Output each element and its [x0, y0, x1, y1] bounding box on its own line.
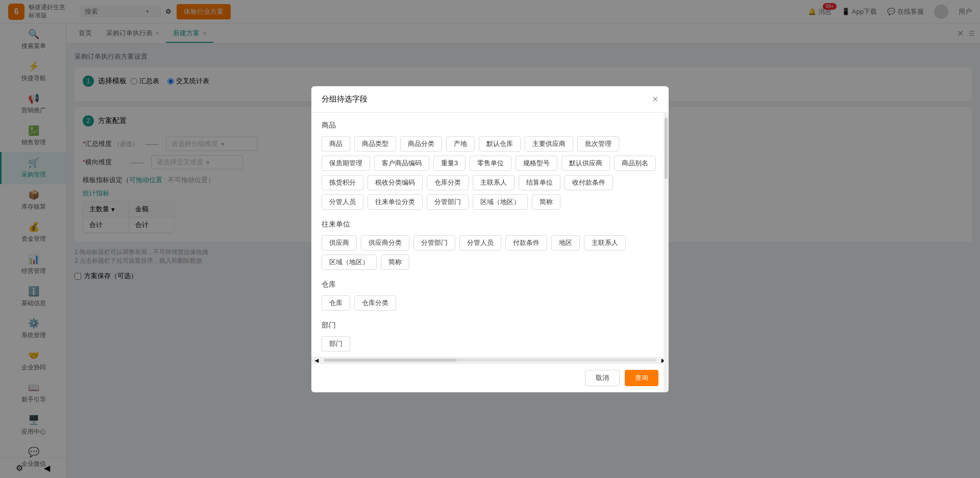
field-tax-code[interactable]: 税收分类编码 [368, 175, 423, 190]
field-region-goods[interactable]: 区域（地区） [473, 194, 528, 210]
hscroll-thumb[interactable] [324, 359, 457, 362]
field-manage-dept[interactable]: 分管部门 [413, 235, 455, 250]
field-weight3[interactable]: 重量3 [433, 156, 465, 171]
field-contact[interactable]: 主联系人 [584, 235, 626, 250]
modal-close-btn[interactable]: ✕ [652, 94, 658, 104]
field-retail-unit[interactable]: 零售单位 [470, 156, 511, 171]
section-warehouse-grid: 仓库 仓库分类 [322, 295, 658, 311]
field-supplier[interactable]: 供应商 [322, 235, 357, 250]
field-supplier-category[interactable]: 供应商分类 [361, 235, 409, 250]
section-goods: 商品 商品 商品类型 商品分类 产地 默认仓库 主要供应商 批次管理 保质期管理… [322, 121, 658, 210]
modal-body: 商品 商品 商品类型 商品分类 产地 默认仓库 主要供应商 批次管理 保质期管理… [311, 113, 669, 357]
field-spec-type[interactable]: 规格型号 [516, 156, 557, 171]
section-warehouse-title: 仓库 [322, 280, 658, 289]
field-main-supplier[interactable]: 主要供应商 [525, 136, 573, 152]
modal-vscrollbar[interactable] [664, 113, 669, 392]
field-settlement-unit[interactable]: 结算单位 [519, 175, 560, 190]
section-dept-title: 部门 [322, 321, 658, 330]
field-goods-type[interactable]: 商品类型 [354, 136, 396, 152]
section-goods-title: 商品 [322, 121, 658, 130]
section-warehouse: 仓库 仓库 仓库分类 [322, 280, 658, 311]
field-payment-terms[interactable]: 收付款条件 [565, 175, 613, 190]
field-batch-mgmt[interactable]: 批次管理 [577, 136, 619, 152]
section-dept: 部门 部门 [322, 321, 658, 351]
field-origin[interactable]: 产地 [446, 136, 475, 152]
hscroll-track[interactable] [324, 359, 656, 362]
modal-title: 分组待选字段 [322, 94, 368, 104]
section-partner-title: 往来单位 [322, 220, 658, 229]
modal-dialog: 分组待选字段 ✕ 商品 商品 商品类型 商品分类 产地 默认仓库 主要供应商 批… [311, 86, 669, 392]
field-abbr-goods[interactable]: 简称 [532, 194, 560, 210]
field-district[interactable]: 地区 [551, 235, 580, 250]
section-partner: 往来单位 供应商 供应商分类 分管部门 分管人员 付款条件 地区 主联系人 区域… [322, 220, 658, 270]
modal-header: 分组待选字段 ✕ [311, 86, 669, 113]
field-dept-supervisor[interactable]: 分管部门 [427, 194, 469, 210]
field-manage-person[interactable]: 分管人员 [459, 235, 501, 250]
field-default-warehouse[interactable]: 默认仓库 [479, 136, 521, 152]
section-partner-grid: 供应商 供应商分类 分管部门 分管人员 付款条件 地区 主联系人 区域（地区） … [322, 235, 658, 270]
field-partner-category[interactable]: 往来单位分类 [368, 194, 423, 210]
modal-overlay: 分组待选字段 ✕ 商品 商品 商品类型 商品分类 产地 默认仓库 主要供应商 批… [0, 0, 980, 478]
field-pay-terms[interactable]: 付款条件 [505, 235, 547, 250]
field-abbr-partner[interactable]: 简称 [381, 255, 409, 270]
field-pick-points[interactable]: 拣货积分 [322, 175, 363, 190]
field-goods-alias[interactable]: 商品别名 [614, 156, 656, 171]
field-warehouse[interactable]: 仓库 [322, 295, 350, 311]
field-dept[interactable]: 部门 [322, 336, 350, 351]
field-warehouse-type[interactable]: 仓库分类 [354, 295, 396, 311]
field-default-supplier[interactable]: 默认供应商 [561, 156, 610, 171]
field-goods[interactable]: 商品 [322, 136, 350, 152]
field-supervisor[interactable]: 分管人员 [322, 194, 363, 210]
section-goods-grid: 商品 商品类型 商品分类 产地 默认仓库 主要供应商 批次管理 保质期管理 客户… [322, 136, 658, 210]
field-main-contact[interactable]: 主联系人 [473, 175, 514, 190]
vscroll-thumb[interactable] [665, 118, 668, 179]
field-warehouse-category[interactable]: 仓库分类 [427, 175, 469, 190]
field-expiry-mgmt[interactable]: 保质期管理 [322, 156, 370, 171]
field-customer-code[interactable]: 客户商品编码 [374, 156, 429, 171]
field-region-partner[interactable]: 区域（地区） [322, 255, 377, 270]
modal-footer: 取消 查询 [311, 363, 669, 392]
cancel-button[interactable]: 取消 [585, 370, 620, 386]
confirm-button[interactable]: 查询 [625, 370, 658, 386]
section-dept-grid: 部门 [322, 336, 658, 351]
field-goods-category[interactable]: 商品分类 [400, 136, 442, 152]
modal-hscrollbar[interactable]: ◄ ► [311, 357, 669, 363]
